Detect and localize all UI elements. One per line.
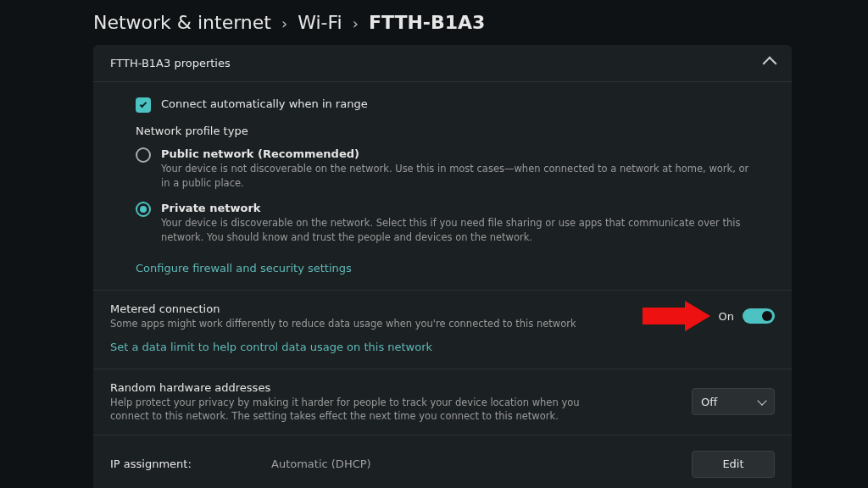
breadcrumb-wifi[interactable]: Wi-Fi [298, 12, 342, 33]
private-network-radio[interactable] [136, 202, 151, 217]
svg-marker-0 [643, 301, 710, 331]
chevron-right-icon: › [353, 14, 359, 32]
breadcrumb-current: FTTH-B1A3 [369, 12, 486, 33]
auto-connect-checkbox[interactable] [136, 97, 151, 113]
divider [93, 290, 792, 291]
ip-edit-button[interactable]: Edit [692, 451, 775, 478]
chevron-right-icon: › [281, 14, 287, 32]
private-network-desc: Your device is discoverable on the netwo… [161, 216, 754, 244]
auto-connect-label: Connect automatically when in range [161, 97, 368, 110]
chevron-up-icon [763, 56, 777, 70]
ip-value: Automatic (DHCP) [271, 458, 692, 470]
metered-title: Metered connection [110, 302, 576, 315]
properties-panel: FTTH-B1A3 properties Connect automatical… [93, 45, 792, 488]
random-hw-desc: Help protect your privacy by making it h… [110, 396, 619, 423]
random-hw-state: Off [701, 396, 717, 408]
public-network-label: Public network (Recommended) [161, 147, 754, 160]
firewall-settings-link[interactable]: Configure firewall and security settings [136, 262, 352, 274]
network-profile-heading: Network profile type [136, 125, 775, 137]
ip-label: IP assignment: [110, 458, 271, 470]
metered-toggle[interactable] [743, 308, 775, 324]
random-hw-dropdown[interactable]: Off [692, 388, 775, 415]
metered-toggle-state: On [719, 310, 734, 323]
data-limit-link[interactable]: Set a data limit to help control data us… [110, 341, 432, 353]
check-icon [140, 101, 147, 108]
divider [93, 369, 792, 369]
private-network-label: Private network [161, 202, 754, 214]
breadcrumb-network[interactable]: Network & internet [93, 12, 271, 33]
properties-title: FTTH-B1A3 properties [110, 57, 231, 69]
chevron-down-icon [757, 396, 766, 405]
public-network-radio[interactable] [136, 147, 151, 163]
random-hw-title: Random hardware addresses [110, 381, 619, 394]
public-network-desc: Your device is not discoverable on the n… [161, 162, 754, 190]
metered-desc: Some apps might work differently to redu… [110, 317, 576, 330]
divider [93, 435, 792, 435]
properties-header[interactable]: FTTH-B1A3 properties [93, 45, 792, 82]
annotation-arrow-icon [643, 301, 710, 331]
breadcrumb: Network & internet › Wi-Fi › FTTH-B1A3 [0, 12, 868, 45]
